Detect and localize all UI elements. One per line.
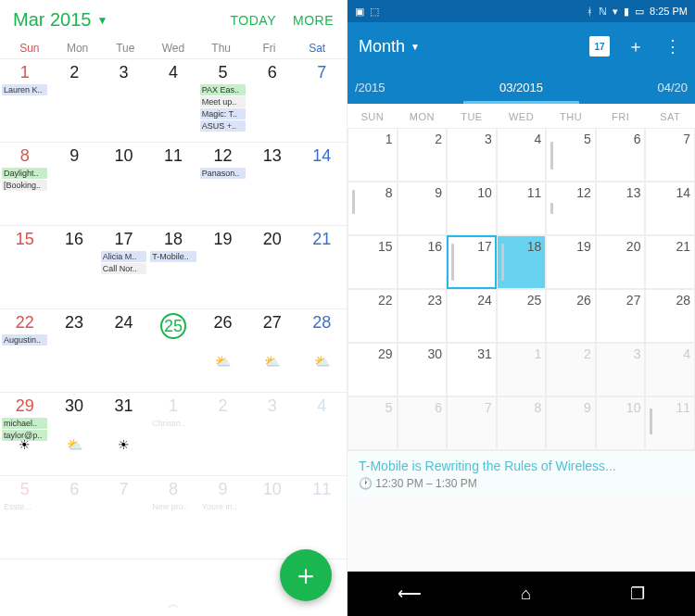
day-cell[interactable]: 18T-Mobile.. <box>148 226 197 309</box>
day-cell[interactable]: 10 <box>596 396 646 450</box>
day-cell[interactable]: 13 <box>596 182 646 235</box>
day-cell[interactable]: 4 <box>148 59 197 143</box>
day-cell[interactable]: 17 <box>447 235 497 289</box>
day-cell[interactable]: 28⛅ <box>297 309 347 393</box>
day-cell[interactable]: 29☀michael..taylor@p.. <box>0 393 49 476</box>
day-cell[interactable]: 5PAX Eas..Meet up..Magic: T..ASUS +.. <box>198 59 247 143</box>
day-cell[interactable]: 23 <box>49 309 98 393</box>
day-cell[interactable]: 21 <box>645 235 695 289</box>
day-cell[interactable]: 1 <box>497 343 547 396</box>
back-button[interactable]: ⟵ <box>398 584 422 604</box>
day-cell[interactable]: 8 <box>497 396 547 450</box>
day-cell[interactable]: 4 <box>297 393 347 476</box>
day-cell[interactable]: 2 <box>49 59 98 143</box>
today-button[interactable]: 17 <box>589 36 610 57</box>
day-cell[interactable]: 3 <box>247 393 297 476</box>
event-chip[interactable]: [Booking.. <box>2 180 47 191</box>
overflow-menu-icon[interactable]: ⋮ <box>662 36 684 57</box>
day-cell[interactable]: 7 <box>447 396 497 450</box>
event-chip[interactable]: Augustin.. <box>2 334 47 346</box>
day-cell[interactable]: 11 <box>497 182 547 235</box>
day-cell[interactable]: 31 <box>447 343 497 396</box>
day-cell[interactable]: 13 <box>247 143 297 226</box>
day-cell[interactable]: 10 <box>99 143 148 226</box>
day-cell[interactable]: 14 <box>297 143 347 226</box>
event-chip[interactable]: Alicia M.. <box>101 251 146 262</box>
day-cell[interactable]: 7 <box>645 128 695 182</box>
day-cell[interactable]: 4 <box>645 343 695 396</box>
day-cell[interactable]: 9Youre in.. <box>198 476 247 559</box>
day-cell[interactable]: 12Panason.. <box>198 143 247 226</box>
day-cell[interactable]: 6 <box>398 396 448 450</box>
day-cell[interactable]: 8Daylight..[Booking.. <box>0 143 49 226</box>
event-chip[interactable]: T-Mobile.. <box>150 251 196 262</box>
day-cell[interactable]: 1 <box>348 128 398 182</box>
day-cell[interactable]: 17Alicia M..Call Nor.. <box>99 226 148 309</box>
day-cell[interactable]: 16 <box>398 235 448 289</box>
day-cell[interactable]: 7 <box>99 476 148 559</box>
month-picker[interactable]: Mar 2015 ▼ <box>13 9 107 31</box>
day-cell[interactable]: 6 <box>49 476 98 559</box>
day-cell[interactable]: 11 <box>645 396 695 450</box>
day-cell[interactable]: 6 <box>247 59 297 143</box>
event-chip[interactable]: Esste... <box>2 501 47 512</box>
day-cell[interactable]: 27 <box>596 289 646 343</box>
day-cell[interactable]: 2 <box>546 343 596 396</box>
day-cell[interactable]: 25 <box>497 289 547 343</box>
day-cell[interactable]: 18 <box>497 235 547 289</box>
event-chip[interactable]: Youre in.. <box>200 501 246 512</box>
event-chip[interactable]: PAX Eas.. <box>200 84 246 95</box>
day-cell[interactable]: 26⛅ <box>198 309 247 393</box>
event-chip[interactable]: Daylight.. <box>2 168 47 179</box>
day-cell[interactable]: 29 <box>348 343 398 396</box>
day-cell[interactable]: 11 <box>148 143 197 226</box>
agenda-item[interactable]: T-Mobile is Rewriting the Rules of Wirel… <box>348 450 695 497</box>
event-chip[interactable]: Panason.. <box>200 168 246 179</box>
day-cell[interactable]: 20 <box>596 235 646 289</box>
home-button[interactable]: ⌂ <box>521 585 531 604</box>
day-cell[interactable]: 19 <box>198 226 247 309</box>
day-cell[interactable]: 12 <box>546 182 596 235</box>
day-cell[interactable]: 31☀ <box>99 393 148 476</box>
day-cell[interactable]: 9 <box>49 143 98 226</box>
day-cell[interactable]: 15 <box>348 235 398 289</box>
day-cell[interactable]: 19 <box>546 235 596 289</box>
prev-month-tab[interactable]: /2015 <box>348 81 466 94</box>
add-button[interactable]: ＋ <box>625 35 647 57</box>
day-cell[interactable]: 5Esste... <box>0 476 49 559</box>
day-cell[interactable]: 30⛅ <box>49 393 98 476</box>
day-cell[interactable]: 20 <box>247 226 297 309</box>
event-chip[interactable]: Call Nor.. <box>101 263 146 274</box>
event-chip[interactable]: michael.. <box>2 418 47 429</box>
day-cell[interactable]: 25 <box>148 309 197 393</box>
day-cell[interactable]: 28 <box>645 289 695 343</box>
event-chip[interactable]: New pro.. <box>150 501 196 512</box>
day-cell[interactable]: 27⛅ <box>247 309 297 393</box>
day-cell[interactable]: 1Christin.. <box>148 393 197 476</box>
day-cell[interactable]: 10 <box>447 182 497 235</box>
day-cell[interactable]: 3 <box>447 128 497 182</box>
day-cell[interactable]: 24 <box>447 289 497 343</box>
event-chip[interactable]: Magic: T.. <box>200 108 246 119</box>
add-event-fab[interactable]: ＋ <box>280 549 332 601</box>
day-cell[interactable]: 30 <box>398 343 448 396</box>
event-chip[interactable]: Meet up.. <box>200 96 246 107</box>
next-month-tab[interactable]: 04/20 <box>576 81 695 94</box>
recents-button[interactable]: ❐ <box>630 584 645 604</box>
month-tabs[interactable]: /2015 03/2015 04/20 <box>348 70 695 104</box>
day-cell[interactable]: 14 <box>645 182 695 235</box>
day-cell[interactable]: 7 <box>297 59 347 143</box>
view-picker[interactable]: Month ▼ <box>359 37 420 57</box>
day-cell[interactable]: 23 <box>398 289 448 343</box>
day-cell[interactable]: 26 <box>546 289 596 343</box>
event-chip[interactable]: ASUS +.. <box>200 120 246 132</box>
more-button[interactable]: MORE <box>293 13 334 28</box>
today-button[interactable]: TODAY <box>231 13 276 28</box>
day-cell[interactable]: 16 <box>49 226 98 309</box>
day-cell[interactable]: 9 <box>398 182 448 235</box>
current-month-tab[interactable]: 03/2015 <box>466 81 577 94</box>
day-cell[interactable]: 8New pro.. <box>148 476 197 559</box>
chevron-up-icon[interactable]: ︿ <box>168 597 179 612</box>
day-cell[interactable]: 1Lauren K.. <box>0 59 49 143</box>
event-chip[interactable]: Christin.. <box>150 418 196 429</box>
